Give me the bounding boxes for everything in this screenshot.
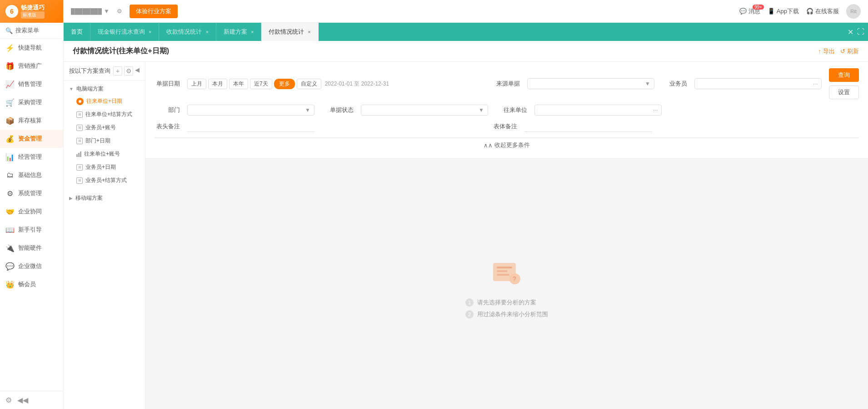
gear-button[interactable]: ⚙ (113, 5, 126, 18)
date-btn-this-month[interactable]: 本月 (208, 79, 227, 89)
date-range: 2022-01-01 至 2022-12-31 (325, 80, 389, 88)
try-industry-button[interactable]: 体验行业方案 (130, 5, 178, 18)
source-select[interactable]: ▼ (527, 78, 654, 89)
filter-row-2: 部门 ▼ 单据状态 ▼ 往来单位 ··· (155, 105, 859, 116)
header-note-input[interactable] (187, 121, 314, 132)
sidebar-nav: ⚡ 快捷导航 🎁 营销推广 📈 销售管理 🛒 采购管理 📦 库存核算 💰 资金管… (0, 39, 63, 391)
svg-rect-2 (497, 270, 508, 272)
app-download-action[interactable]: 📱 App下载 (768, 7, 799, 15)
logo-text: 畅捷通巧 (21, 4, 45, 11)
online-service-action[interactable]: 🎧 在线客服 (806, 7, 839, 15)
sidebar-item-member[interactable]: 👑 畅会员 (0, 275, 63, 293)
maximize-btn[interactable]: ⛶ (857, 28, 864, 36)
expand-mobile-icon: ▶ (69, 196, 73, 201)
sidebar-item-guide[interactable]: 📖 新手引导 (0, 221, 63, 239)
tab-bar: 首页 现金银行流水查询 × 收款情况统计 × 新建方案 × 付款情况统计 × ✕… (64, 23, 868, 41)
tab-close-receipts[interactable]: × (205, 29, 208, 35)
body-note-input[interactable] (524, 121, 652, 132)
date-btn-last-month[interactable]: 上月 (187, 79, 206, 89)
sidebar-item-marketing[interactable]: 🎁 营销推广 (0, 57, 63, 75)
search-icon: 🔍 (5, 27, 13, 34)
scheme-item-staff-account[interactable]: ⊞ 业务员+账号 (64, 121, 145, 134)
scheme-item-unit-account[interactable]: 往来单位+账号 (64, 147, 145, 161)
sidebar-item-shortcut[interactable]: ⚡ 快捷导航 (0, 39, 63, 57)
sidebar-item-enterprise[interactable]: 🤝 企业协同 (0, 202, 63, 221)
notifications-action[interactable]: 💬 消息 99+ (739, 7, 760, 15)
staff-dropdown-icon: ··· (813, 81, 818, 87)
settings-footer-btn[interactable]: ⚙ (5, 396, 12, 404)
dept-label: 部门 (155, 106, 180, 114)
tab-close-new-scheme[interactable]: × (251, 29, 254, 35)
sidebar-item-hardware[interactable]: 🔌 智能硬件 (0, 239, 63, 257)
empty-hint-1: 1 请先选择要分析的方案 (465, 298, 548, 307)
search-menu[interactable]: 🔍 搜索菜单 (0, 23, 63, 39)
voucher-status-select[interactable]: ▼ (361, 105, 488, 116)
scheme-item-unit-settle[interactable]: ⊞ 往来单位+结算方式 (64, 108, 145, 121)
scheme-group-mobile-header[interactable]: ▶ 移动端方案 (64, 192, 145, 204)
company-selector[interactable]: ████████ ▼ (71, 8, 110, 15)
sidebar-item-sales[interactable]: 📈 销售管理 (0, 75, 63, 93)
header-note-label: 表头备注 (155, 122, 180, 131)
sidebar-item-wechat[interactable]: 💬 企业微信 (0, 257, 63, 275)
date-btn-more[interactable]: 更多 (274, 79, 295, 89)
add-scheme-btn[interactable]: + (113, 66, 122, 76)
collapse-sidebar-btn[interactable]: ◀◀ (17, 396, 28, 404)
top-header: ████████ ▼ ⚙ 体验行业方案 💬 消息 99+ 📱 App下载 🎧 在… (64, 0, 868, 23)
sidebar-item-operation[interactable]: 📊 经营管理 (0, 148, 63, 166)
empty-hint-2: 2 用过滤条件来缩小分析范围 (465, 310, 548, 318)
scheme-item-unit-date[interactable]: 往来单位+日期 (64, 95, 145, 108)
counterpart-label: 往来单位 (495, 106, 527, 114)
filter-row-1: 单据日期 上月 本月 本年 近7天 更多 自定义 2022-01-01 至 20… (155, 68, 859, 99)
tab-home[interactable]: 首页 (64, 23, 90, 41)
notification-icon: 💬 (739, 8, 747, 15)
user-avatar[interactable]: Rit (846, 4, 861, 19)
collapse-icon: ∧∧ (484, 142, 493, 149)
scheme-panel: 按以下方案查询 + ⚙ ◀ ▼ 电脑端方案 (64, 62, 145, 409)
inventory-icon: 📦 (5, 116, 15, 125)
tab-close-bank[interactable]: × (149, 29, 151, 35)
voucher-status-label: 单据状态 (322, 106, 354, 114)
source-label: 来源单据 (494, 80, 520, 88)
refresh-button[interactable]: ↺ 刷新 (840, 47, 859, 56)
tab-payment[interactable]: 付款情况统计 × (261, 23, 318, 41)
tab-bank[interactable]: 现金银行流水查询 × (90, 23, 159, 41)
query-button[interactable]: 查询 (829, 68, 859, 82)
close-all-tabs-btn[interactable]: ✕ (848, 28, 853, 36)
tab-new-scheme[interactable]: 新建方案 × (216, 23, 261, 41)
sidebar: 6 畅捷通巧 标准版 🔍 搜索菜单 ⚡ 快捷导航 🎁 营销推广 📈 销售管理 🛒… (0, 0, 64, 409)
sidebar-item-system[interactable]: ⚙ 系统管理 (0, 184, 63, 202)
sidebar-item-basic[interactable]: 🗂 基础信息 (0, 166, 63, 184)
date-btn-this-year[interactable]: 本年 (229, 79, 248, 89)
staff-label: 业务员 (662, 80, 687, 88)
staff-select[interactable]: ··· (694, 78, 822, 89)
sidebar-item-purchase[interactable]: 🛒 采购管理 (0, 93, 63, 111)
scheme-item-staff-settle[interactable]: ⊞ 业务员+结算方式 (64, 174, 145, 187)
company-name: ████████ (71, 8, 102, 15)
sidebar-item-inventory[interactable]: 📦 库存核算 (0, 111, 63, 130)
collapse-filter-btn[interactable]: ∧∧ 收起更多条件 (155, 138, 859, 152)
page-content: 付款情况统计(往来单位+日期) ↑ 导出 ↺ 刷新 按以下方案查询 + (64, 41, 868, 409)
scheme-item-icon-6: ⊞ (76, 164, 83, 171)
tab-receipts[interactable]: 收款情况统计 × (159, 23, 216, 41)
sidebar-item-capital[interactable]: 💰 资金管理 (0, 130, 63, 148)
tab-close-payment[interactable]: × (308, 29, 310, 35)
scheme-item-dept-date[interactable]: ⊞ 部门+日期 (64, 134, 145, 147)
collapse-scheme-btn[interactable]: ◀ (135, 66, 140, 76)
counterpart-select[interactable]: ··· (534, 105, 662, 116)
body-note-label: 表体备注 (485, 122, 517, 131)
scheme-group-desktop-header[interactable]: ▼ 电脑端方案 (64, 83, 145, 95)
logo-icon: 6 (5, 5, 18, 18)
refresh-icon: ↺ (840, 48, 845, 55)
settings-button[interactable]: 设置 (829, 86, 859, 99)
notifications-badge: 99+ (753, 5, 764, 10)
dept-select[interactable]: ▼ (187, 105, 314, 116)
date-btn-7days[interactable]: 近7天 (250, 79, 272, 89)
scheme-item-staff-date[interactable]: ⊞ 业务员+日期 (64, 161, 145, 174)
export-button[interactable]: ↑ 导出 (818, 47, 835, 56)
filter-area: 单据日期 上月 本月 本年 近7天 更多 自定义 2022-01-01 至 20… (145, 62, 868, 409)
settings-scheme-btn[interactable]: ⚙ (124, 66, 133, 76)
scheme-item-icon-3: ⊞ (76, 125, 83, 131)
date-btn-custom[interactable]: 自定义 (297, 79, 321, 89)
counterpart-dropdown-icon: ··· (653, 107, 658, 113)
scheme-group-mobile: ▶ 移动端方案 (64, 190, 145, 207)
